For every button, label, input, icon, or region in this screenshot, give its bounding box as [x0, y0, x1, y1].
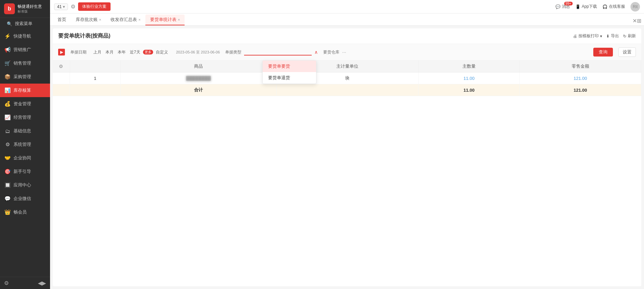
app-company-name: 畅捷通好生意	[18, 4, 42, 9]
col-goods: 商品	[121, 61, 277, 72]
sidebar-item-畅会员[interactable]: 👑 畅会员	[0, 205, 50, 219]
date-btn-last-month[interactable]: 上月	[92, 49, 103, 56]
sidebar-item-icon-2: 🛒	[4, 60, 11, 67]
app-download-btn[interactable]: 📱 App下载	[575, 4, 597, 9]
tab-label-1: 库存批次账	[76, 17, 98, 23]
qty-link[interactable]: 11.00	[463, 76, 475, 81]
export-label: 导出	[611, 33, 619, 39]
print-icon: 🖨	[573, 34, 577, 39]
sidebar-item-资金管理[interactable]: 💰 资金管理	[0, 97, 50, 111]
col-gear: ⚙	[53, 61, 70, 72]
sidebar-item-快捷导航[interactable]: ⚡ 快捷导航	[0, 29, 50, 43]
row-goods: ████████	[121, 72, 277, 84]
settings-icon[interactable]: ⚙	[4, 280, 9, 286]
topbar-gear-icon[interactable]: ⚙	[71, 3, 75, 10]
tab-3[interactable]: 要货单统计表×	[145, 15, 185, 25]
topbar-right: 💬 消息 99+ 📱 App下载 🎧 在线客服 Rit	[555, 2, 640, 12]
sidebar-item-企业微信[interactable]: 💬 企业微信	[0, 192, 50, 205]
footer-unit-empty	[277, 84, 419, 96]
trial-btn[interactable]: 体验行业方案	[78, 2, 111, 11]
app-download-label: App下载	[582, 4, 597, 9]
tabs-bar: 首页库存批次账×收发存汇总表×要货单统计表×✕ ⊞	[50, 14, 644, 26]
sidebar-item-icon-8: ⚙	[4, 141, 11, 148]
page-title: 要货单统计表(按商品)	[58, 32, 111, 40]
tab-1[interactable]: 库存批次账×	[71, 15, 106, 25]
sidebar-items-list: ⚡ 快捷导航 📢 营销推广 🛒 销售管理 📦 采购管理 📊 库存核算 💰 资金管…	[0, 29, 50, 277]
date-custom-btn[interactable]: 自定义	[154, 49, 169, 56]
warehouse-more-icon[interactable]: ···	[342, 49, 346, 55]
expand-tabs-icon[interactable]: ⊞	[637, 18, 641, 25]
type-dropdown-arrow-icon[interactable]: ∧	[314, 49, 318, 55]
search-menu-item[interactable]: 🔍 搜索菜单	[0, 18, 50, 29]
date-label: 单据日期	[70, 49, 87, 55]
sidebar-item-应用中心[interactable]: 🔲 应用中心	[0, 178, 50, 192]
sidebar-item-label-6: 经营管理	[14, 114, 31, 120]
online-service-btn[interactable]: 🎧 在线客服	[602, 4, 625, 9]
collapse-icon[interactable]: ◀▶	[38, 280, 46, 286]
filter-warehouse-section: 要货仓库 ···	[323, 49, 346, 55]
refresh-action[interactable]: ↻ 刷新	[623, 33, 636, 39]
tab-2[interactable]: 收发存汇总表×	[106, 15, 145, 25]
date-btn-this-year[interactable]: 本年	[116, 49, 127, 56]
dropdown-item-0[interactable]: 要货单要货	[263, 61, 316, 72]
sidebar: b 畅捷通好生意 标准版 🔍 搜索菜单 ⚡ 快捷导航 📢 营销推广 🛒 销售管理…	[0, 0, 50, 289]
app-edition: 标准版	[18, 9, 42, 14]
topbar-dropdown[interactable]: 41 ▾	[54, 3, 68, 10]
sidebar-item-新手引导[interactable]: 🎯 新手引导	[0, 165, 50, 178]
dropdown-item-1[interactable]: 要货单退货	[263, 72, 316, 84]
sidebar-item-label-9: 企业协同	[14, 155, 31, 161]
sidebar-item-icon-11: 🔲	[4, 182, 11, 188]
sidebar-item-企业协同[interactable]: 🤝 企业协同	[0, 151, 50, 165]
sidebar-item-icon-7: 🗂	[4, 128, 11, 134]
sidebar-item-基础信息[interactable]: 🗂 基础信息	[0, 124, 50, 138]
sidebar-item-label-3: 采购管理	[14, 74, 31, 80]
date-range-display: 2023-05-06 至 2023-06-06	[176, 50, 220, 55]
query-btn[interactable]: 查询	[593, 48, 613, 57]
footer-qty: 11.00	[419, 84, 520, 96]
sidebar-item-icon-0: ⚡	[4, 33, 11, 40]
sidebar-item-label-7: 基础信息	[14, 128, 31, 134]
sidebar-item-icon-12: 💬	[4, 195, 11, 202]
col-index	[70, 61, 121, 72]
table-settings-icon[interactable]: ⚙	[59, 64, 63, 69]
search-menu-label: 搜索菜单	[15, 21, 32, 27]
tab-0[interactable]: 首页	[53, 15, 71, 25]
tab-close-1[interactable]: ×	[99, 18, 101, 22]
sidebar-item-icon-6: 📈	[4, 114, 11, 121]
close-all-tabs-icon[interactable]: ✕	[633, 18, 637, 25]
sidebar-item-经营管理[interactable]: 📈 经营管理	[0, 111, 50, 124]
sidebar-item-库存核算[interactable]: 📊 库存核算	[0, 84, 50, 97]
row-amount[interactable]: 121.00	[520, 72, 641, 84]
user-avatar[interactable]: Rit	[630, 2, 640, 12]
footer-gear-cell	[53, 84, 70, 96]
filter-expand-btn[interactable]: ▶	[58, 49, 65, 55]
date-btn-this-month[interactable]: 本月	[104, 49, 115, 56]
message-btn[interactable]: 💬 消息 99+	[555, 4, 570, 9]
setting-btn[interactable]: 设置	[618, 47, 636, 57]
tab-close-3[interactable]: ×	[178, 18, 180, 22]
topbar: 41 ▾ ⚙ 体验行业方案 💬 消息 99+ 📱 App下载 🎧 在线客服 Ri…	[50, 0, 644, 14]
page-header-actions: 🖨 按模板打印 ▾ ⬇ 导出 ↻ 刷新	[573, 33, 636, 39]
print-action[interactable]: 🖨 按模板打印 ▾	[573, 33, 602, 39]
sidebar-item-label-12: 企业微信	[14, 196, 31, 202]
sidebar-item-label-1: 营销推广	[14, 47, 31, 53]
date-btn-7days[interactable]: 近7天	[128, 49, 142, 56]
print-label: 按模板打印	[578, 33, 599, 39]
data-table: ⚙ 商品 主计量单位 主数量 零售金额 1 ████████	[53, 61, 641, 96]
tab-close-2[interactable]: ×	[138, 18, 140, 22]
sidebar-item-系统管理[interactable]: ⚙ 系统管理	[0, 138, 50, 151]
type-input[interactable]	[244, 49, 312, 55]
sidebar-item-icon-9: 🤝	[4, 155, 11, 161]
sidebar-item-销售管理[interactable]: 🛒 销售管理	[0, 57, 50, 70]
sidebar-item-label-8: 系统管理	[14, 141, 31, 148]
export-action[interactable]: ⬇ 导出	[606, 33, 619, 39]
date-more-badge[interactable]: 更多	[143, 50, 153, 54]
row-qty[interactable]: 11.00	[419, 72, 520, 84]
sidebar-item-营销推广[interactable]: 📢 营销推广	[0, 43, 50, 57]
table-header-row: ⚙ 商品 主计量单位 主数量 零售金额	[53, 61, 641, 72]
type-dropdown-menu: 要货单要货 要货单退货	[262, 60, 316, 84]
amount-link[interactable]: 121.00	[574, 76, 587, 81]
message-badge: 99+	[564, 2, 573, 5]
search-icon: 🔍	[7, 21, 12, 26]
sidebar-item-采购管理[interactable]: 📦 采购管理	[0, 70, 50, 84]
